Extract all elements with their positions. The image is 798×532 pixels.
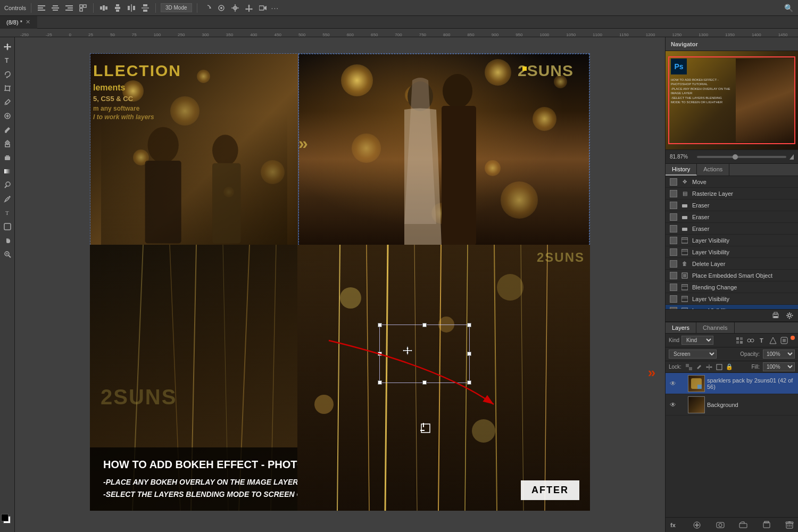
text-tool[interactable]: T — [1, 206, 14, 219]
layer-row-background[interactable]: 👁 Background — [666, 394, 798, 415]
svg-text:fx: fx — [670, 522, 676, 528]
history-item-label: Layer Visibility — [692, 249, 729, 255]
tab-layers[interactable]: Layers — [666, 322, 696, 333]
lock-paint-icon[interactable] — [695, 363, 703, 371]
kind-select[interactable]: Kind — [681, 336, 713, 345]
history-item-layer-vis1[interactable]: Layer Visibility — [666, 235, 798, 246]
more-options-icon[interactable]: ··· — [271, 4, 279, 12]
crop-tool[interactable] — [1, 82, 14, 95]
opacity-select[interactable]: 100% — [763, 350, 795, 359]
add-mask-icon[interactable] — [715, 520, 726, 530]
document-tab[interactable]: (8/8) * ✕ — [0, 16, 37, 29]
add-adjustment-icon[interactable] — [692, 520, 702, 530]
separator-4 — [197, 3, 197, 13]
heal-tool[interactable] — [1, 110, 14, 122]
delete-layer-icon[interactable] — [784, 520, 795, 530]
dodge-tool[interactable] — [1, 179, 14, 192]
lasso-tool[interactable] — [1, 68, 14, 81]
handle-mid-right[interactable] — [467, 352, 471, 356]
gradient-tool[interactable] — [1, 165, 14, 178]
svg-marker-32 — [264, 6, 267, 10]
tab-close-icon[interactable]: ✕ — [26, 19, 30, 26]
filter-text-icon[interactable]: T — [757, 336, 767, 345]
distribute-h-icon[interactable] — [98, 3, 109, 13]
layer-row-sparklers[interactable]: 👁 sparklers pack by 2suns01 (42 of 56) — [666, 373, 798, 394]
eraser-tool[interactable] — [1, 151, 14, 164]
fx-icon[interactable]: fx — [669, 520, 679, 530]
distribute-center-v-icon[interactable] — [140, 3, 151, 13]
pen-tool[interactable] — [1, 193, 14, 205]
gear-icon[interactable] — [784, 310, 795, 321]
filter-shape-icon[interactable] — [768, 336, 778, 345]
canvas-area[interactable]: LLECTION lements 5, CS5 & CC m any softw… — [15, 37, 665, 532]
lock-checkerboard-icon[interactable] — [685, 363, 693, 371]
history-item-blending[interactable]: Blending Change — [666, 281, 798, 293]
type-tool[interactable]: T — [1, 54, 14, 67]
history-item-eraser2[interactable]: Eraser — [666, 211, 798, 223]
handle-bottom-right[interactable] — [467, 380, 471, 385]
brush-tool[interactable] — [1, 123, 14, 136]
crosshair-icon[interactable] — [230, 3, 240, 13]
nav-zoom-slider[interactable] — [697, 156, 786, 158]
layer-eye-sparklers[interactable]: 👁 — [669, 379, 677, 388]
history-item-layer-vis3[interactable]: Layer Visibility — [666, 293, 798, 305]
create-new-layer-icon[interactable] — [761, 520, 772, 530]
eyedropper-tool[interactable] — [1, 96, 14, 109]
history-item-layer-vis2[interactable]: Layer Visibility — [666, 246, 798, 258]
3d-mode-button[interactable]: 3D Mode — [161, 3, 192, 12]
svg-rect-7 — [68, 7, 73, 9]
color-picker[interactable] — [1, 514, 14, 527]
tab-history[interactable]: History — [666, 164, 697, 176]
handle-bottom-left[interactable] — [378, 380, 382, 385]
print-icon[interactable] — [770, 310, 781, 321]
history-item-rasterize[interactable]: ▤ Rasterize Layer — [666, 188, 798, 200]
video-icon[interactable] — [257, 3, 268, 13]
handle-top-left[interactable] — [378, 323, 382, 327]
layers-list: 👁 sparklers pack by 2suns01 (42 of 56) — [666, 373, 798, 517]
rotate-icon[interactable] — [202, 3, 213, 13]
distribute-v-icon[interactable] — [112, 3, 123, 13]
zoom-tool[interactable] — [1, 248, 14, 261]
lock-all-icon[interactable]: 🔒 — [725, 363, 734, 371]
history-item-eraser1[interactable]: Eraser — [666, 200, 798, 211]
nav-zoom-thumb[interactable] — [733, 154, 738, 160]
create-group-icon[interactable] — [738, 520, 749, 530]
distribute-center-h-icon[interactable] — [126, 3, 137, 13]
handle-top-right[interactable] — [467, 323, 471, 327]
history-item-delete[interactable]: 🗑 Delete Layer — [666, 258, 798, 270]
history-snapshot — [670, 284, 677, 291]
filter-pixel-icon[interactable] — [735, 336, 744, 345]
lock-artboard-icon[interactable] — [715, 363, 724, 371]
filter-adjustment-icon[interactable] — [746, 336, 755, 345]
fill-select[interactable]: 100% — [763, 362, 795, 371]
align-left-icon[interactable] — [36, 3, 47, 13]
history-item-layer-vis4[interactable]: Layer Visibility — [666, 305, 798, 309]
blend-mode-select[interactable]: Screen Normal Multiply Overlay — [669, 350, 717, 359]
layer-eye-background[interactable]: 👁 — [669, 401, 677, 409]
transform-icon[interactable] — [78, 3, 88, 13]
navigator-header[interactable]: Navigator — [666, 37, 798, 51]
move-tool-icon[interactable] — [244, 3, 254, 13]
canvas-main-image: 2SUNS » — [298, 54, 589, 245]
lock-move-icon[interactable] — [705, 363, 713, 371]
tab-channels[interactable]: Channels — [696, 322, 734, 333]
history-item-move[interactable]: ✥ Move — [666, 176, 798, 188]
shape-tool[interactable] — [1, 220, 14, 233]
handle-top-mid[interactable] — [422, 323, 427, 327]
move-tool[interactable] — [1, 40, 14, 53]
align-right-icon[interactable] — [64, 3, 74, 13]
history-item-place-smart[interactable]: Place Embedded Smart Object — [666, 270, 798, 281]
svg-rect-53 — [4, 223, 11, 230]
align-center-icon[interactable] — [50, 3, 61, 13]
opacity-label: Opacity: — [740, 351, 760, 357]
clone-tool[interactable] — [1, 137, 14, 150]
global-search-icon[interactable]: 🔍 — [783, 3, 794, 13]
handle-bottom-mid[interactable] — [422, 380, 427, 385]
hand-tool[interactable] — [1, 234, 14, 247]
symmetry-icon[interactable] — [216, 3, 227, 13]
tab-actions[interactable]: Actions — [697, 164, 729, 176]
history-item-eraser3[interactable]: Eraser — [666, 223, 798, 235]
filter-smart-icon[interactable] — [779, 336, 789, 345]
handle-mid-left[interactable] — [378, 352, 382, 356]
main-area: T T — [0, 37, 798, 532]
